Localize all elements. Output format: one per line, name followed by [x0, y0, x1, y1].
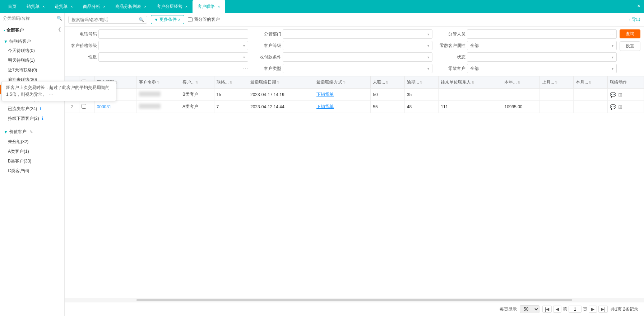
row2-chat-icon[interactable]: 💬: [610, 104, 616, 110]
filter-customer-type: 客户类型 ▾: [252, 64, 432, 73]
row2-code[interactable]: 000031: [94, 101, 137, 113]
export-icon: ↑: [629, 17, 631, 22]
filter-payment: 收付款条件 ▾: [252, 52, 432, 62]
row2-checkbox[interactable]: [79, 101, 94, 113]
sort-icon-uncontacted[interactable]: ⇅: [386, 81, 389, 84]
sidebar-group-value-customer[interactable]: ▼ 价值客户 ✎: [0, 127, 64, 137]
next-page-button[interactable]: ▶: [589, 306, 597, 313]
sidebar-item-class-a[interactable]: A类客户(1): [0, 147, 64, 156]
sidebar-collapse-icon: 《: [56, 27, 61, 33]
customer-type-select[interactable]: ▾: [283, 64, 432, 73]
nav-sales-order[interactable]: 销货单 ×: [22, 0, 50, 13]
scatter-customer-select[interactable]: 全部 ▾: [467, 64, 617, 73]
nav-purchase-order[interactable]: 进货单 ×: [50, 0, 78, 13]
sort-icon-thismonth[interactable]: ⇅: [589, 81, 592, 84]
sort-icon-date[interactable]: ⇅: [277, 81, 280, 84]
sidebar-group-pending-contact[interactable]: ▼ 待联络客户: [0, 36, 64, 46]
sidebar-item-class-c[interactable]: C类客户(6): [0, 166, 64, 176]
row2-overdue: 48: [404, 101, 438, 113]
row2-more-icon[interactable]: ⊞: [618, 104, 622, 110]
sidebar-item-class-b[interactable]: B类客户(33): [0, 156, 64, 166]
nav-customer-tier[interactable]: 客户分层经营 ×: [152, 0, 193, 13]
sort-icon-person[interactable]: ⇅: [472, 81, 474, 84]
scrollbar-thumb[interactable]: [136, 299, 572, 301]
triangle-down-icon: ▼: [4, 39, 8, 44]
close-customer-contact-icon[interactable]: ×: [218, 0, 220, 13]
close-purchase-order-icon[interactable]: ×: [70, 0, 73, 13]
sidebar: 🔍 ▪ 全部客户 《 ▼ 待联络客户 今天待联络(0) 明天待联络(1) 近7天…: [0, 13, 65, 316]
prev-page-button[interactable]: ◀: [553, 306, 561, 313]
more-conditions-button[interactable]: ▼ 更多条件 ∧: [151, 15, 184, 24]
row2-action: 💬 ⊞: [607, 101, 644, 113]
close-customer-tier-icon[interactable]: ×: [185, 0, 187, 13]
sort-icon-thisyear[interactable]: ⇅: [518, 81, 520, 84]
manager-select[interactable]: ···: [467, 29, 617, 39]
sort-icon-overdue[interactable]: ⇅: [420, 81, 423, 84]
close-window-icon[interactable]: ×: [637, 3, 640, 9]
more-options-icon[interactable]: ···: [243, 65, 248, 72]
sidebar-item-7days[interactable]: 近7天待联络(0): [0, 65, 64, 75]
edit-icon[interactable]: ✎: [29, 129, 33, 135]
top-navigation: 首页 销货单 × 进货单 × 商品分析 × 商品分析列表 × 客户分层经营 × …: [0, 0, 644, 13]
row1-last-contact-method[interactable]: 下销货单: [314, 89, 371, 101]
nav-customer-contact[interactable]: 客户联络 ×: [193, 0, 225, 13]
horizontal-scrollbar[interactable]: [65, 298, 644, 302]
close-sales-order-icon[interactable]: ×: [42, 0, 45, 13]
row1-type: B类客户: [180, 89, 214, 101]
sort-icon-lastmonth[interactable]: ⇅: [555, 81, 558, 84]
price-level-select[interactable]: ▾: [98, 41, 248, 50]
data-table: ⚙ 客户编码⇅ 客户名称⇅ 客户...⇅ 联络...⇅ 最后联络日期⇅ 最后联络…: [65, 76, 644, 113]
col-type: 客户...⇅: [180, 76, 214, 89]
query-button[interactable]: 查询: [620, 29, 640, 38]
page-size-select[interactable]: 50 100 200: [520, 305, 539, 313]
sort-icon-name[interactable]: ⇅: [157, 81, 160, 84]
row1-chat-icon[interactable]: 💬: [610, 92, 616, 98]
sort-icon-method[interactable]: ⇅: [343, 81, 346, 84]
sidebar-item-declining[interactable]: 持续下滑客户(2) ℹ: [0, 114, 64, 123]
my-customer-filter[interactable]: 我分管的客户: [188, 16, 220, 23]
export-button[interactable]: ↑ 导出: [629, 16, 640, 23]
close-product-analysis-icon[interactable]: ×: [103, 0, 105, 13]
sidebar-item-today[interactable]: 今天待联络(0): [0, 46, 64, 56]
chevron-up-icon: ∧: [178, 17, 181, 22]
dept-select[interactable]: ▾: [283, 29, 432, 39]
sort-icon-type[interactable]: ⇅: [195, 81, 198, 84]
row1-more-icon[interactable]: ⊞: [618, 92, 622, 98]
sidebar-item-ungrouped[interactable]: 未分组(32): [0, 137, 64, 147]
nav-product-analysis[interactable]: 商品分析 ×: [78, 0, 110, 13]
my-customer-checkbox[interactable]: [188, 17, 193, 22]
row2-last-contact-method[interactable]: 下销货单: [314, 101, 371, 113]
sidebar-search-box[interactable]: 🔍: [0, 13, 64, 24]
search-input[interactable]: [71, 17, 139, 22]
last-page-button[interactable]: ▶|: [598, 306, 608, 313]
row2-index: 2: [65, 101, 79, 113]
nature-select[interactable]: ▾: [98, 52, 248, 62]
page-input[interactable]: [569, 306, 582, 313]
row1-this-year: [502, 89, 539, 101]
nav-product-analysis-list[interactable]: 商品分析列表 ×: [110, 0, 151, 13]
filter-nature: 性质 ▾: [68, 52, 248, 62]
scatter-attr-select[interactable]: 全部 ▾: [467, 41, 617, 50]
col-contact-count: 联络...⇅: [214, 76, 248, 89]
col-last-contact-date: 最后联络日期⇅: [248, 76, 314, 89]
sort-icon-contact[interactable]: ⇅: [230, 81, 232, 84]
search-box[interactable]: 🔍: [68, 16, 147, 24]
row2-contact-count: 7: [214, 101, 248, 113]
customer-level-select[interactable]: ▾: [283, 41, 432, 50]
sidebar-search-input[interactable]: [3, 16, 57, 21]
all-customers-icon: ▪: [4, 28, 5, 33]
filter-icon: ▼: [154, 17, 158, 22]
sidebar-all-customers[interactable]: ▪ 全部客户 《: [0, 24, 64, 36]
payment-select[interactable]: ▾: [283, 52, 432, 62]
first-page-button[interactable]: |◀: [542, 306, 552, 313]
row1-contact-count: 15: [214, 89, 248, 101]
status-select[interactable]: ▾: [467, 52, 617, 62]
sidebar-item-tomorrow[interactable]: 明天待联络(1): [0, 56, 64, 65]
phone-input[interactable]: [98, 29, 248, 39]
filter-dept: 分管部门 ▾: [252, 29, 432, 39]
settings-button[interactable]: 设置: [620, 41, 640, 51]
nav-home[interactable]: 首页: [3, 0, 22, 13]
sidebar-item-lost-customer[interactable]: 已流失客户(24) ℹ: [0, 104, 64, 114]
row2-select-checkbox[interactable]: [82, 104, 86, 109]
close-product-analysis-list-icon[interactable]: ×: [144, 0, 146, 13]
